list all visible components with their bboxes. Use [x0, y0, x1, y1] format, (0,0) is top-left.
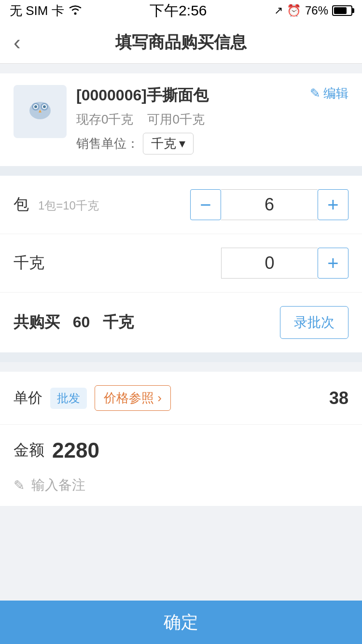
battery-icon: [332, 5, 352, 16]
product-logo: [23, 92, 57, 131]
price-value: 38: [329, 388, 348, 408]
remark-placeholder: 输入备注: [31, 476, 85, 494]
unit-selector[interactable]: 千克 ▾: [143, 133, 194, 154]
price-ref-button[interactable]: 价格参照 ›: [95, 385, 171, 411]
status-time: 下午2:56: [150, 1, 207, 21]
pencil-icon: ✎: [14, 477, 25, 493]
summary-row: 共购买 60 千克 录批次: [0, 293, 362, 352]
price-section: 单价 批发 价格参照 › 38 金额 2280 ✎ 输入备注: [0, 372, 362, 506]
summary-unit: 千克: [103, 313, 134, 331]
pack-quantity-input[interactable]: [221, 189, 318, 220]
back-button[interactable]: ‹: [14, 30, 21, 55]
price-ref-label: 价格参照 ›: [104, 390, 162, 406]
batch-button[interactable]: 录批次: [280, 306, 348, 339]
nav-bar: ‹ 填写商品购买信息: [0, 21, 362, 64]
wifi-icon: [68, 3, 83, 18]
edit-icon: ✎: [310, 86, 320, 101]
pack-row: 包 1包=10千克 − +: [0, 176, 362, 234]
price-row: 单价 批发 价格参照 › 38: [0, 372, 362, 424]
status-left: 无 SIM 卡: [10, 2, 83, 19]
summary-prefix: 共购买: [14, 313, 60, 331]
kg-quantity-input[interactable]: [221, 248, 318, 279]
back-icon: ‹: [14, 30, 21, 54]
confirm-button-label: 确定: [164, 611, 198, 634]
amount-value: 2280: [52, 438, 99, 462]
stock-amount: 现存0千克: [76, 112, 133, 126]
pack-hint: 1包=10千克: [38, 199, 99, 212]
alarm-icon: ⏰: [287, 4, 301, 17]
separator-1: [0, 166, 362, 176]
status-bar: 无 SIM 卡 下午2:56 ↗ ⏰ 76%: [0, 0, 362, 21]
product-card: [0000006]手撕面包 现存0千克 可用0千克 销售单位： 千克 ▾ ✎ 编…: [0, 73, 362, 166]
product-stock: 现存0千克 可用0千克: [76, 111, 348, 128]
location-icon: ↗: [274, 4, 283, 17]
confirm-section[interactable]: 确定: [0, 601, 362, 644]
remark-row[interactable]: ✎ 输入备注: [14, 472, 348, 498]
separator-2: [0, 352, 362, 362]
pack-increment-button[interactable]: +: [318, 189, 348, 220]
product-info: [0000006]手撕面包 现存0千克 可用0千克 销售单位： 千克 ▾: [76, 85, 348, 154]
amount-label: 金额: [14, 440, 44, 461]
unit-value: 千克: [151, 135, 176, 152]
quantity-section: 包 1包=10千克 − + 千克 +: [0, 176, 362, 293]
amount-section: 金额 2280 ✎ 输入备注: [0, 424, 362, 506]
edit-button[interactable]: ✎ 编辑: [310, 85, 348, 102]
kg-row: 千克 +: [0, 234, 362, 293]
svg-point-7: [43, 105, 46, 108]
product-unit-row: 销售单位： 千克 ▾: [76, 133, 348, 154]
dropdown-icon: ▾: [179, 136, 185, 151]
price-label: 单价: [14, 388, 42, 408]
status-right: ↗ ⏰ 76%: [274, 4, 352, 17]
pack-label: 包 1包=10千克: [14, 194, 190, 215]
amount-row: 金额 2280: [14, 438, 348, 462]
price-tag: 批发: [50, 388, 87, 409]
battery-percent: 76%: [305, 4, 328, 17]
summary-amount: 60: [73, 313, 90, 331]
product-name: [0000006]手撕面包: [76, 85, 348, 106]
edit-label: 编辑: [323, 85, 348, 102]
pack-decrement-button[interactable]: −: [190, 189, 221, 220]
kg-controls: +: [221, 248, 348, 279]
kg-increment-button[interactable]: +: [318, 248, 348, 279]
svg-point-0: [74, 12, 76, 14]
unit-label: 销售单位：: [76, 135, 139, 152]
svg-point-6: [34, 105, 37, 108]
available-amount: 可用0千克: [147, 112, 204, 126]
carrier-text: 无 SIM 卡: [10, 2, 64, 19]
pack-controls: − +: [190, 189, 348, 220]
summary-text: 共购买 60 千克: [14, 312, 134, 333]
kg-label: 千克: [14, 252, 221, 274]
page-title: 填写商品购买信息: [115, 31, 247, 54]
product-image: [14, 85, 67, 138]
